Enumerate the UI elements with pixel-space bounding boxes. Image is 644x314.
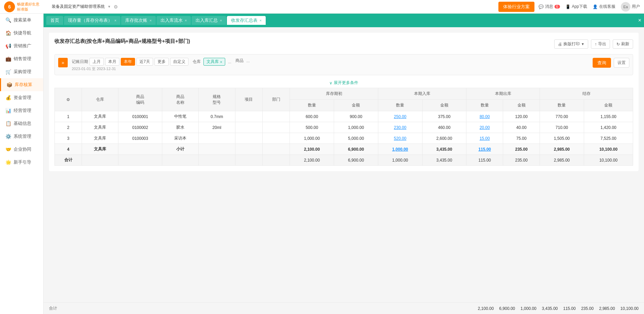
row-in-qty-link[interactable]: 520.00 (394, 136, 407, 141)
row-out-qty-link[interactable]: 115.00 (478, 147, 491, 152)
tab-close-receivable-summary[interactable]: × (260, 18, 262, 22)
date-label: 记账日期 (72, 59, 88, 65)
sidebar-item-marketing[interactable]: 📢 营销推广 (0, 39, 43, 52)
tab-close-inout-flow[interactable]: × (185, 18, 187, 22)
data-table: ⚙ 仓库 商品编码 商品名称 规格型号 项目 部门 库存期初 本期入库 本期 (54, 88, 633, 166)
row-department (263, 111, 290, 122)
warehouse-tag-close[interactable]: × (220, 60, 222, 64)
sidebar-item-finance[interactable]: 💰 资金管理 (0, 91, 43, 104)
message-badge: 6 (555, 5, 560, 9)
row-balance-qty: 2,985.00 (540, 144, 584, 155)
try-industry-button[interactable]: 体验行业方案 (498, 2, 534, 12)
sidebar-item-search[interactable]: 🔍 搜索菜单 (0, 14, 43, 27)
row-no: 4 (55, 144, 82, 155)
row-out-qty-link[interactable]: 80.00 (480, 114, 490, 119)
row-opening-amt: 900.00 (334, 111, 378, 122)
system-icon: ⚙️ (5, 134, 11, 139)
sidebar-item-quick-nav[interactable]: 🏠 快捷导航 (0, 27, 43, 39)
logo-icon: 6 (4, 1, 15, 12)
tab-close-batch-account[interactable]: × (149, 18, 151, 22)
row-spec (198, 133, 235, 144)
row-out-qty[interactable]: 115.00 (466, 144, 503, 155)
gear-icon[interactable]: ⚙ (114, 4, 118, 10)
row-name: 胶水 (162, 122, 198, 133)
row-out-qty-link[interactable]: 20.00 (480, 125, 490, 130)
tab-close-inventory-dist[interactable]: × (114, 18, 116, 22)
row-out-qty[interactable]: 80.00 (466, 111, 503, 122)
row-opening-qty: 500.00 (290, 122, 334, 133)
row-out-qty-link[interactable]: 15.00 (480, 136, 490, 141)
tab-batch-account[interactable]: 库存批次账 × (121, 16, 155, 25)
sidebar-item-guide[interactable]: 🌟 新手引导 (0, 156, 43, 169)
sidebar-item-enterprise[interactable]: 🤝 企业协同 (0, 143, 43, 156)
tab-bar-close-all[interactable]: × (638, 17, 641, 23)
avatar: Ea (621, 2, 630, 12)
row-in-qty[interactable]: 230.00 (378, 122, 422, 133)
sidebar-item-basic-info[interactable]: 📋 基础信息 (0, 117, 43, 130)
page-title: 收发存汇总表(按仓库+商品编码+商品+规格型号+项目+部门) (54, 38, 190, 45)
col-opening-qty-header: 数量 (290, 100, 334, 111)
row-in-qty-link[interactable]: 250.00 (394, 114, 407, 119)
warehouse-more-btn[interactable]: ... (228, 60, 231, 64)
row-out-qty[interactable]: 20.00 (466, 122, 503, 133)
query-button[interactable]: 查询 (593, 58, 611, 68)
tab-close-inout-summary[interactable]: × (220, 18, 222, 22)
col-in-amt-header: 金额 (422, 100, 466, 111)
print-button[interactable]: 🖨 换版打印 ▼ (554, 39, 588, 49)
row-warehouse: 文具库 (82, 144, 118, 155)
table-footer-row: 合计2,100.006,900.001,000.003,435.00115.00… (55, 155, 633, 166)
filter-settings-button[interactable]: 设置 (614, 58, 629, 68)
warehouse-tag: 文具库 × (203, 58, 225, 66)
export-button[interactable]: ↑ 导出 (591, 39, 610, 49)
row-warehouse: 文具库 (82, 111, 118, 122)
tab-inout-flow[interactable]: 出入库流水 × (156, 16, 191, 25)
tab-inventory-dist[interactable]: 现存量（库存分布表） × (64, 16, 120, 25)
row-in-qty-link[interactable]: 1,000.00 (392, 147, 408, 152)
tab-home[interactable]: 首页 (46, 16, 63, 25)
row-in-qty-link[interactable]: 230.00 (394, 125, 407, 130)
row-out-qty[interactable]: 15.00 (466, 133, 503, 144)
footer-opening-amt: 6,900.00 (499, 306, 515, 311)
sidebar-item-inventory[interactable]: 📦 库存核算 (0, 78, 43, 91)
col-balance-qty-header: 数量 (540, 100, 584, 111)
col-settings[interactable]: ⚙ (55, 88, 82, 111)
sidebar-item-purchase[interactable]: 🛒 采购管理 (0, 65, 43, 78)
date-btn-last-month[interactable]: 上月 (89, 58, 104, 66)
sidebar-item-system[interactable]: ⚙️ 系统管理 (0, 130, 43, 143)
sales-icon: 💼 (5, 56, 11, 62)
tab-bar: 首页 现存量（库存分布表） × 库存批次账 × 出入库流水 × 出入库汇总 × (44, 14, 644, 27)
user-menu-button[interactable]: Ea 用户 (621, 2, 640, 12)
data-table-wrapper: ⚙ 仓库 商品编码 商品名称 规格型号 项目 部门 库存期初 本期入库 本期 (54, 88, 633, 166)
footer-cell: 2,100.00 (290, 155, 334, 166)
row-in-qty[interactable]: 520.00 (378, 133, 422, 144)
row-spec: 20ml (198, 122, 235, 133)
online-service-button[interactable]: 👤 在线客服 (593, 4, 615, 10)
row-in-qty[interactable]: 1,000.00 (378, 144, 422, 155)
filter-toggle-button[interactable]: » (58, 58, 68, 67)
row-in-qty[interactable]: 250.00 (378, 111, 422, 122)
tab-receivable-summary[interactable]: 收发存汇总表 × (227, 16, 266, 25)
sidebar-item-operations[interactable]: 📊 经营管理 (0, 104, 43, 117)
date-btn-this-year[interactable]: 本年 (121, 58, 135, 66)
row-opening-qty: 1,000.00 (290, 133, 334, 144)
warehouse-label: 仓库 (193, 59, 201, 65)
date-btn-custom[interactable]: 自定义 (170, 58, 188, 66)
tab-inout-summary[interactable]: 出入库汇总 × (192, 16, 226, 25)
footer-cell (118, 155, 162, 166)
refresh-button[interactable]: ↻ 刷新 (613, 39, 633, 49)
app-download-button[interactable]: 📱 App下载 (565, 4, 587, 10)
top-right-actions: 💬 消息 6 📱 App下载 👤 在线客服 Ea 用户 (539, 2, 640, 12)
date-btn-more[interactable]: 更多 (154, 58, 169, 66)
message-button[interactable]: 💬 消息 6 (539, 4, 560, 10)
row-no: 2 (55, 122, 82, 133)
date-btn-7days[interactable]: 近7天 (136, 58, 153, 66)
footer-cell: 10,100.00 (584, 155, 633, 166)
col-project-header: 项目 (235, 88, 262, 111)
sidebar-item-sales[interactable]: 💼 销售管理 (0, 52, 43, 65)
col-out-header: 本期出库 (466, 88, 540, 100)
row-balance-qty: 1,505.00 (540, 133, 584, 144)
row-opening-qty: 2,100.00 (290, 144, 334, 155)
date-btn-this-month[interactable]: 本月 (105, 58, 119, 66)
goods-more-btn[interactable]: ... (246, 59, 250, 63)
expand-more-bar[interactable]: ∨ 展开更多条件 (54, 78, 633, 88)
